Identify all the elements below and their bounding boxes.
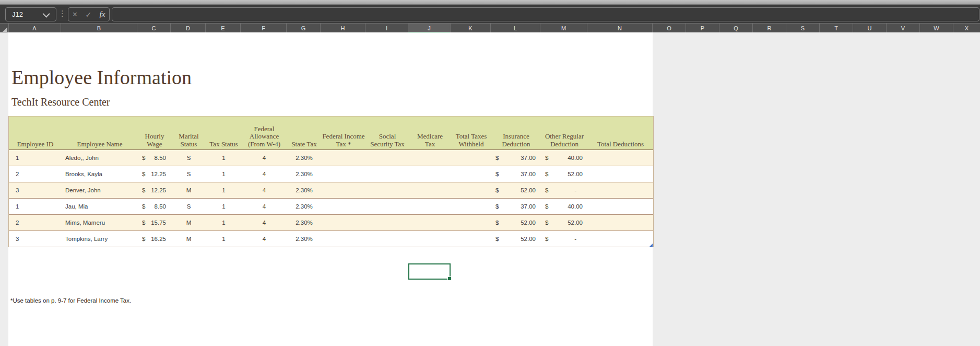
cell-employee-name[interactable]: Tompkins, Larry <box>62 231 138 247</box>
column-header-C[interactable]: C <box>137 24 171 33</box>
cell-federal-income-tax[interactable] <box>321 166 366 182</box>
cell-total-deductions[interactable] <box>588 166 653 182</box>
cell-marital-status[interactable]: M <box>171 215 206 230</box>
cell-medicare-tax[interactable] <box>409 215 451 230</box>
cell-hourly-wage[interactable]: $8.50 <box>138 150 171 166</box>
column-header-P[interactable]: P <box>686 24 719 33</box>
table-header-insurance-deduction[interactable]: InsuranceDeduction <box>491 117 541 151</box>
table-header-total-taxes-withheld[interactable]: Total TaxesWithheld <box>451 117 491 151</box>
cell-federal-allowance[interactable]: 4 <box>241 199 287 214</box>
cell-state-tax[interactable]: 2.30% <box>287 231 321 247</box>
column-header-X[interactable]: X <box>953 24 980 33</box>
table-header-tax-status[interactable]: Tax Status <box>206 117 241 151</box>
column-header-B[interactable]: B <box>61 24 137 33</box>
cell-total-taxes-withheld[interactable] <box>451 150 491 166</box>
cell-federal-income-tax[interactable] <box>321 199 366 214</box>
column-header-G[interactable]: G <box>287 24 321 33</box>
cell-total-deductions[interactable] <box>588 182 653 198</box>
column-header-W[interactable]: W <box>920 24 953 33</box>
cell-employee-name[interactable]: Aledo,, John <box>62 150 138 166</box>
cell-employee-name[interactable]: Denver, John <box>62 182 138 198</box>
cell-tax-status[interactable]: 1 <box>206 199 241 214</box>
cell-employee-id[interactable]: 1 <box>9 150 62 166</box>
cell-medicare-tax[interactable] <box>409 199 451 214</box>
cell-employee-id[interactable]: 3 <box>9 231 62 247</box>
cell-medicare-tax[interactable] <box>409 150 451 166</box>
cell-total-deductions[interactable] <box>588 231 653 247</box>
formula-input[interactable] <box>112 7 979 21</box>
cell-federal-income-tax[interactable] <box>321 231 366 247</box>
cell-total-taxes-withheld[interactable] <box>451 215 491 230</box>
table-header-employee-name[interactable]: Employee Name <box>62 117 138 151</box>
table-header-social-security-tax[interactable]: SocialSecurity Tax <box>366 117 409 151</box>
cell-total-taxes-withheld[interactable] <box>451 182 491 198</box>
accept-icon[interactable]: ✓ <box>85 11 91 18</box>
cell-total-deductions[interactable] <box>588 150 653 166</box>
cell-hourly-wage[interactable]: $15.75 <box>138 215 171 230</box>
select-all-button[interactable] <box>0 24 9 33</box>
cell-employee-name[interactable]: Jau, Mia <box>62 199 138 214</box>
cell-insurance-deduction[interactable]: $37.00 <box>491 166 541 182</box>
cell-state-tax[interactable]: 2.30% <box>287 182 321 198</box>
column-header-H[interactable]: H <box>321 24 365 33</box>
column-header-O[interactable]: O <box>653 24 686 33</box>
column-header-N[interactable]: N <box>587 24 653 33</box>
cell-tax-status[interactable]: 1 <box>206 215 241 230</box>
cell-marital-status[interactable]: M <box>171 231 206 247</box>
cell-state-tax[interactable]: 2.30% <box>287 150 321 166</box>
cell-tax-status[interactable]: 1 <box>206 231 241 247</box>
cell-total-taxes-withheld[interactable] <box>451 199 491 214</box>
cell-total-deductions[interactable] <box>588 215 653 230</box>
cell-tax-status[interactable]: 1 <box>206 150 241 166</box>
column-header-D[interactable]: D <box>171 24 206 33</box>
cell-federal-income-tax[interactable] <box>321 215 366 230</box>
cell-federal-allowance[interactable]: 4 <box>241 166 287 182</box>
cell-social-security-tax[interactable] <box>366 231 409 247</box>
sheet-subtitle-cell[interactable]: TechIt Resource Center <box>11 96 110 108</box>
cell-marital-status[interactable]: S <box>171 166 206 182</box>
cell-social-security-tax[interactable] <box>366 166 409 182</box>
cell-insurance-deduction[interactable]: $52.00 <box>491 182 541 198</box>
column-header-V[interactable]: V <box>887 24 920 33</box>
table-header-hourly-wage[interactable]: HourlyWage <box>138 117 171 151</box>
table-resize-handle[interactable] <box>649 244 653 247</box>
column-header-I[interactable]: I <box>365 24 408 33</box>
cell-medicare-tax[interactable] <box>409 231 451 247</box>
cell-total-taxes-withheld[interactable] <box>451 231 491 247</box>
cell-marital-status[interactable]: S <box>171 150 206 166</box>
cell-other-regular-deduction[interactable]: $- <box>541 182 588 198</box>
cell-hourly-wage[interactable]: $8.50 <box>138 199 171 214</box>
table-header-federal-income-tax[interactable]: Federal IncomeTax * <box>321 117 366 151</box>
column-header-J[interactable]: J <box>408 24 451 33</box>
cell-federal-allowance[interactable]: 4 <box>241 231 287 247</box>
column-header-L[interactable]: L <box>491 24 540 33</box>
column-header-K[interactable]: K <box>451 24 491 33</box>
cell-social-security-tax[interactable] <box>366 150 409 166</box>
cell-state-tax[interactable]: 2.30% <box>287 215 321 230</box>
cell-federal-income-tax[interactable] <box>321 182 366 198</box>
insert-function-icon[interactable]: fx <box>99 10 105 18</box>
cell-insurance-deduction[interactable]: $37.00 <box>491 150 541 166</box>
column-header-Q[interactable]: Q <box>719 24 753 33</box>
column-header-E[interactable]: E <box>206 24 241 33</box>
column-header-T[interactable]: T <box>820 24 853 33</box>
table-header-other-regular-deduction[interactable]: Other RegularDeduction <box>541 117 588 151</box>
cancel-icon[interactable]: × <box>73 10 77 19</box>
footnote-cell[interactable]: *Use tables on p. 9-7 for Federal Income… <box>10 297 131 304</box>
cell-hourly-wage[interactable]: $12.25 <box>138 182 171 198</box>
column-header-F[interactable]: F <box>241 24 287 33</box>
cell-other-regular-deduction[interactable]: $40.00 <box>541 150 588 166</box>
cell-other-regular-deduction[interactable]: $52.00 <box>541 166 588 182</box>
cell-employee-name[interactable]: Mims, Mameru <box>62 215 138 230</box>
cell-insurance-deduction[interactable]: $52.00 <box>491 215 541 230</box>
selected-cell-J12[interactable] <box>408 263 451 280</box>
cell-marital-status[interactable]: S <box>171 199 206 214</box>
cell-total-taxes-withheld[interactable] <box>451 166 491 182</box>
cell-employee-id[interactable]: 2 <box>9 215 62 230</box>
cell-federal-allowance[interactable]: 4 <box>241 182 287 198</box>
cell-social-security-tax[interactable] <box>366 182 409 198</box>
column-header-R[interactable]: R <box>753 24 786 33</box>
table-header-federal-allowance-from-w-4[interactable]: FederalAllowance(From W-4) <box>241 117 287 151</box>
column-header-S[interactable]: S <box>786 24 820 33</box>
cell-social-security-tax[interactable] <box>366 215 409 230</box>
